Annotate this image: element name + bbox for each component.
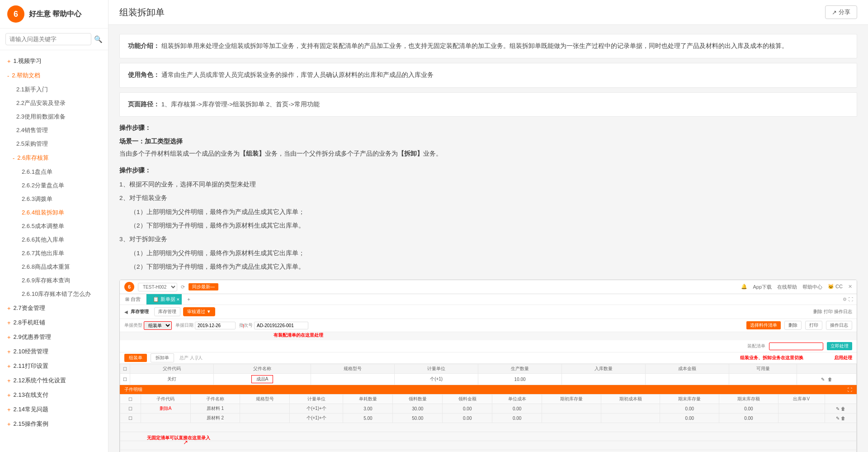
type-switch-row: 组装单 拆卸单 总产 人 [/人 组装业务、拆卸业务在这里切换 启用处理 (120, 352, 857, 364)
sidebar-item-2-6-4[interactable]: 2.6.4组装拆卸单 (0, 206, 108, 219)
sidebar-item-2-6-9[interactable]: 2.6.9库存账本查询 (0, 274, 108, 287)
nav-icon[interactable]: ◀ (124, 309, 128, 314)
sub-row2-edit-icon[interactable]: ✎ (836, 416, 840, 421)
tab-add[interactable]: ＋ (182, 294, 196, 305)
col-produce-qty: 生产数量 (478, 364, 562, 374)
sidebar-item-mobile[interactable]: + 2.8手机旺铺 (0, 315, 108, 330)
print-btn2[interactable]: 打印 (805, 321, 822, 330)
empty-row-4 (120, 432, 857, 441)
type-tab-assembly[interactable]: 组装单 (124, 354, 147, 362)
sidebar-item-newbie[interactable]: 2.1新手入门 (0, 83, 108, 96)
step-1: 1、根据不同的业务，选择不同单据的类型来处理 (119, 179, 857, 190)
save-btn[interactable]: 库存管理 (154, 307, 180, 316)
date-input[interactable] (195, 322, 236, 329)
sidebar-item-install[interactable]: 2.2产品安装及登录 (0, 96, 108, 110)
sidebar-item-data-prep[interactable]: 2.3使用前数据准备 (0, 110, 108, 124)
tab-close-icon[interactable]: ✕ (176, 297, 180, 302)
del-btn[interactable]: 删除 (784, 321, 802, 330)
sidebar-item-purchase[interactable]: 2.5采购管理 (0, 137, 108, 151)
row-check[interactable]: ☐ (120, 374, 130, 385)
sub-row2-unit: 个(+1)+个 (290, 414, 343, 423)
sidebar-item-print[interactable]: + 2.11打印设置 (0, 359, 108, 373)
sidebar-item-2-6-3[interactable]: 2.6.3调拨单 (0, 192, 108, 206)
sidebar-item-ops[interactable]: + 2.10经营管理 (0, 344, 108, 359)
sub-row-del-icon[interactable]: 🗑 (841, 406, 845, 411)
sidebar: 6 好生意 帮助中心 🔍 + 1.视频学习 - 2.帮助文档 2.1新手入门 2… (0, 0, 108, 452)
sidebar-item-sales[interactable]: 2.4销售管理 (0, 124, 108, 137)
sidebar-item-2-6-1[interactable]: 2.6.1盘点单 (0, 165, 108, 179)
sub-row2-code (141, 414, 190, 423)
sidebar-item-faq[interactable]: + 2.14常见问题 (0, 402, 108, 417)
type-tab-disassembly[interactable]: 拆卸单 (151, 353, 174, 362)
sidebar-item-2-6-6[interactable]: 2.6.6其他入库单 (0, 233, 108, 247)
nav-helpcenter[interactable]: 帮助中心 (802, 284, 822, 290)
batch-input[interactable] (254, 322, 308, 329)
sidebar-item-coupon[interactable]: + 2.9优惠券管理 (0, 330, 108, 344)
sub-row-edit-icon[interactable]: ✎ (836, 406, 840, 411)
tab-home[interactable]: ⊞自营 (120, 294, 146, 305)
company-select[interactable]: TEST-H002 (138, 283, 177, 291)
row-edit-icon[interactable]: ✎ (821, 377, 825, 382)
sidebar-item-docs[interactable]: - 2.帮助文档 (0, 68, 108, 83)
sidebar-item-2-6-10[interactable]: 2.6.10库存账本错了怎么办 (0, 287, 108, 301)
sub-row2-pick-qty: 50.00 (393, 414, 443, 423)
expand-icon-sysconfig: + (7, 377, 11, 384)
select-bom-btn[interactable]: 选择料件清单 (746, 321, 781, 329)
sidebar-item-sysconfig[interactable]: + 2.12系统个性化设置 (0, 373, 108, 388)
sidebar-item-2-6-8[interactable]: 2.6.8商品成本重算 (0, 260, 108, 274)
close-btn[interactable]: ✕ (848, 284, 852, 290)
tab-new-order[interactable]: 📋新单据 ✕ (146, 294, 182, 305)
nav-user[interactable]: 🐱 CC (828, 284, 843, 290)
nav-help[interactable]: 在线帮助 (777, 284, 797, 290)
batch-label: 批次号 (239, 322, 253, 328)
parent-table-body: ☐ 关灯 成品A 个(+1) 10.00 (120, 374, 857, 385)
sub-col-end-cost: 期末库存额 (719, 395, 778, 404)
sidebar-item-finance[interactable]: + 2.7资金管理 (0, 301, 108, 315)
sidebar-item-2-6-5[interactable]: 2.6.5成本调整单 (0, 219, 108, 233)
path-block: 页面路径： 1、库存核算->库存管理->组装拆卸单 2、首页->常用功能 (119, 92, 857, 117)
nav-app[interactable]: App下载 (753, 284, 772, 290)
tab-icon: 📋 (153, 296, 159, 302)
sidebar-item-cases[interactable]: + 2.15操作案例 (0, 417, 108, 431)
sub-row2-del-icon[interactable]: 🗑 (841, 416, 845, 421)
settings-icon[interactable]: ⚙ (843, 297, 847, 302)
row-delete-icon[interactable]: 🗑 (828, 377, 832, 382)
search-input[interactable] (5, 33, 91, 45)
parent-table-header-row: ☐ 父件代码 父件名称 规格型号 计量单位 生产数量 入库数量 成本金额 可用量 (120, 364, 857, 374)
new-order-btn[interactable]: 同步最新— (189, 283, 218, 290)
doc-type-select[interactable]: 组装单 拆卸单 (144, 321, 172, 330)
confirm-btn[interactable]: 审核通过 ▼ (183, 307, 215, 316)
row-produce-qty: 10.00 (478, 374, 562, 385)
expand-icon-pay: + (7, 392, 11, 399)
logo-icon: 6 (7, 5, 24, 23)
fullscreen-icon[interactable]: ⛶ (849, 297, 853, 302)
sidebar-item-pay[interactable]: + 2.13在线支付 (0, 388, 108, 402)
expand-icon-ops: + (7, 348, 11, 355)
empty-row-6 (120, 450, 857, 452)
log-btn[interactable]: 操作日志 (826, 321, 852, 330)
sidebar-item-video[interactable]: + 1.视频学习 (0, 54, 108, 68)
sidebar-item-inventory[interactable]: - 2.6库存核算 (0, 151, 108, 165)
share-button[interactable]: ↗ 分享 (825, 5, 857, 19)
sub-row-begin-cost (601, 404, 660, 414)
row-available (729, 374, 797, 385)
sidebar-item-cases-label: 2.15操作案例 (14, 420, 48, 428)
sub-table: ☐ 子件代码 子件名称 规格型号 计量单位 单耗数量 领料数量 领料金额 单位成… (120, 394, 857, 452)
bom-confirm-btn[interactable]: 立即处理 (827, 342, 852, 350)
sidebar-item-2-6-7[interactable]: 2.6.7其他出库单 (0, 247, 108, 260)
screenshot-container: 6 TEST-H002 ⟳ 同步最新— 🔔 App下载 在线帮助 帮助中心 🐱 … (119, 280, 857, 452)
parent-table-area: ☐ 父件代码 父件名称 规格型号 计量单位 生产数量 入库数量 成本金额 可用量 (120, 364, 857, 385)
tab-actions: ⚙ ⛶ (839, 294, 857, 305)
sub-row-check[interactable]: ☐ (120, 404, 141, 414)
search-icon[interactable]: 🔍 (94, 35, 103, 43)
annotation-row-1: 有装配清单的在这里处理 ↑ (120, 332, 857, 340)
parent-name-cell[interactable]: 成品A (251, 375, 274, 383)
col-parent-name: 父件名称 (213, 364, 311, 374)
sidebar-item-2-6-2[interactable]: 2.6.2分量盘点单 (0, 179, 108, 192)
sub-row2-begin-cost (601, 414, 660, 423)
bom-search-input[interactable] (769, 343, 823, 350)
intro-text: 组装拆卸单用来处理企业组装或拆卸等加工业务，支持有固定装配清单的产品加工业务，也… (161, 43, 788, 49)
sub-row2-check[interactable]: ☐ (120, 414, 141, 423)
expand-icon-sub[interactable]: ⛶ (848, 387, 852, 392)
app-icon-bell[interactable]: 🔔 (741, 284, 747, 290)
